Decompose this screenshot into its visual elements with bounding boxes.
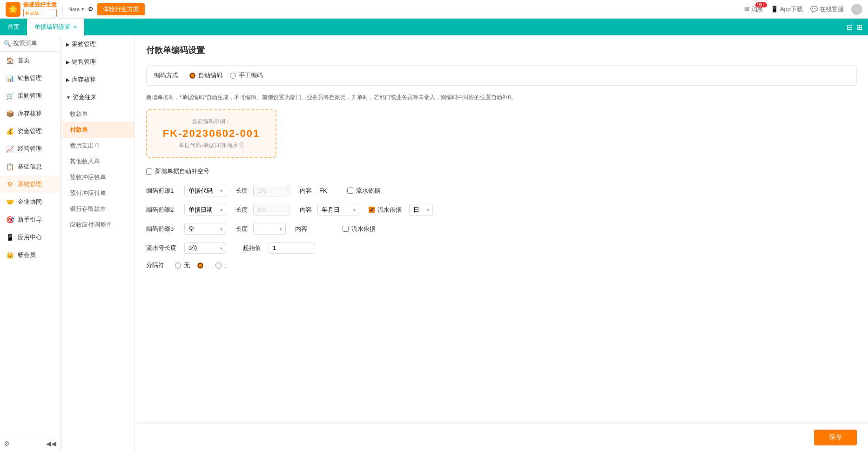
- sub-item-receipt[interactable]: 收款单: [61, 106, 135, 122]
- sub-group-finance-title[interactable]: ▼ 资金往来: [61, 88, 135, 106]
- tab-close-icon[interactable]: ×: [74, 24, 77, 30]
- serial-length-select[interactable]: 3位: [184, 242, 226, 254]
- home-icon: 🏠: [6, 56, 14, 65]
- system-icon: ⚙: [6, 180, 14, 188]
- auto-encode-radio[interactable]: 自动编码: [189, 71, 222, 80]
- membership-icon: 👑: [6, 251, 14, 259]
- arrow-icon: ▶: [66, 60, 70, 65]
- prefix3-content-label: 内容: [295, 225, 307, 233]
- prefix2-content-select[interactable]: 年月日: [317, 204, 359, 215]
- separator-label: 分隔符: [146, 261, 169, 269]
- sub-group-purchase: ▶ 采购管理: [61, 35, 135, 53]
- separator-dot-radio[interactable]: .: [215, 262, 226, 269]
- info-text: 新增单据时，*单据编码*自动生成，不可编辑。前缀设置为部门、业务员等档案类，开单…: [146, 93, 857, 102]
- serial-length-select-wrapper: 3位: [184, 242, 226, 254]
- settings-icon-btn[interactable]: ⚙: [88, 6, 94, 13]
- header-right: ✉ 消息 99+ 📱 App下载 💬 在线客服: [744, 4, 862, 15]
- inventory-icon: 📦: [6, 109, 14, 118]
- code-preview-sub: 单据代码-单据日期-流水号: [158, 141, 264, 149]
- tab-voucher-code[interactable]: 单据编码设置 ×: [27, 19, 84, 35]
- prefix1-length-label: 长度: [236, 187, 248, 195]
- prefix1-content-label: 内容: [300, 187, 312, 195]
- separator-options: 无 - .: [175, 261, 226, 269]
- cooperation-icon: 🤝: [6, 198, 14, 206]
- sidebar-item-newbie[interactable]: 🎯 新手引导: [0, 211, 60, 229]
- prefix3-select[interactable]: 空: [184, 223, 226, 235]
- auto-fill-row: 新增单据自动补空号: [146, 167, 857, 175]
- sub-item-expense[interactable]: 费用支出单: [61, 138, 135, 154]
- industry-btn[interactable]: 体验行业方案: [97, 3, 145, 15]
- prefix1-serial-checkbox[interactable]: 流水依据: [347, 187, 380, 195]
- settings-bottom-btn[interactable]: ⚙: [4, 440, 10, 447]
- separator-row: 分隔符 无 - .: [146, 261, 857, 269]
- tab-home[interactable]: 首页: [0, 19, 27, 35]
- prefix2-length-input[interactable]: [253, 204, 290, 215]
- serial-start-label: 起始值: [243, 244, 261, 252]
- prefix3-serial-checkbox[interactable]: 流水依据: [343, 225, 376, 233]
- collapse-sidebar-btn[interactable]: ◀◀: [46, 440, 56, 447]
- serial-row: 流水号长度 3位 起始值: [146, 242, 857, 254]
- prefix3-length-label: 长度: [236, 225, 248, 233]
- content-footer: 保存: [135, 424, 868, 451]
- prefix2-day-select[interactable]: 日: [409, 204, 433, 215]
- arrow-icon-expand: ▼: [66, 95, 71, 100]
- tab-minimize-btn[interactable]: ⊟: [847, 23, 853, 32]
- sub-item-adjustment[interactable]: 应收应付调整单: [61, 217, 135, 233]
- sub-group-inventory-title[interactable]: ▶ 库存核算: [61, 71, 135, 88]
- sidebar-item-cooperation[interactable]: 🤝 企业协同: [0, 193, 60, 211]
- content-inner: 付款单编码设置 编码方式 自动编码 手工编码 新增单据时，*单据编码*自动生成，…: [135, 35, 868, 424]
- code-preview-box: 当前编码示例： FK-20230602-001 单据代码-单据日期-流水号: [146, 109, 276, 158]
- sub-item-other-income[interactable]: 其他收入单: [61, 154, 135, 169]
- page-title: 付款单编码设置: [146, 45, 857, 56]
- prefix3-select-wrapper: 空: [184, 223, 226, 235]
- avatar[interactable]: [851, 4, 862, 15]
- message-btn[interactable]: ✉ 消息 99+: [744, 5, 763, 13]
- workspace-dropdown[interactable]: Nare ▾: [68, 6, 84, 12]
- prefix2-serial-checkbox[interactable]: 流水依据: [369, 206, 402, 214]
- content-area: 付款单编码设置 编码方式 自动编码 手工编码 新增单据时，*单据编码*自动生成，…: [135, 35, 868, 451]
- save-button[interactable]: 保存: [814, 430, 857, 445]
- sidebar-item-apps[interactable]: 📱 应用中心: [0, 229, 60, 246]
- sidebar-item-membership[interactable]: 👑 畅会员: [0, 246, 60, 264]
- brand-logo: 🌟 畅捷通好生意 标品版: [6, 1, 57, 17]
- prefix3-label: 编码前缀3: [146, 225, 179, 233]
- sidebar-item-operations[interactable]: 📈 经营管理: [0, 140, 60, 158]
- sidebar-item-sales[interactable]: 📊 销售管理: [0, 69, 60, 87]
- sub-group-purchase-title[interactable]: ▶ 采购管理: [61, 35, 135, 53]
- main-layout: 🔍 搜索菜单 🏠 首页 📊 销售管理 🛒 采购管理 📦 库存核算 💰: [0, 35, 868, 451]
- sub-sidebar: ▶ 采购管理 ▶ 销售管理 ▶ 库存核算 ▼ 资金往来 收款单 付款单 费用支出…: [61, 35, 135, 451]
- sidebar-item-system[interactable]: ⚙ 系统管理: [0, 175, 60, 193]
- tab-maximize-btn[interactable]: ⊞: [856, 23, 862, 32]
- prefix2-select[interactable]: 单据日期: [184, 204, 226, 215]
- prefix1-length-input[interactable]: [253, 185, 290, 196]
- prefix2-length-label: 长度: [236, 206, 248, 214]
- sidebar-item-inventory[interactable]: 📦 库存核算: [0, 105, 60, 122]
- sidebar-item-purchase[interactable]: 🛒 采购管理: [0, 87, 60, 105]
- sidebar-item-basic[interactable]: 📋 基础信息: [0, 158, 60, 175]
- encoding-radio-group: 自动编码 手工编码: [189, 71, 263, 80]
- sidebar-bottom: ⚙ ◀◀: [0, 436, 60, 451]
- app-download-btn[interactable]: 📱 App下载: [771, 5, 803, 13]
- prefix1-select[interactable]: 单据代码: [184, 185, 226, 196]
- sub-group-sales-title[interactable]: ▶ 销售管理: [61, 53, 135, 71]
- prefix2-day-select-wrapper: 日: [409, 204, 433, 215]
- online-service-btn[interactable]: 💬 在线客服: [810, 5, 844, 13]
- manual-encode-radio[interactable]: 手工编码: [230, 71, 263, 80]
- sidebar-item-home[interactable]: 🏠 首页: [0, 52, 60, 69]
- sub-item-bank[interactable]: 银行存取款单: [61, 201, 135, 217]
- sub-item-advance-payable[interactable]: 预付冲应付单: [61, 185, 135, 201]
- sub-group-sales: ▶ 销售管理: [61, 53, 135, 71]
- separator-none-radio[interactable]: 无: [175, 261, 190, 269]
- basic-icon: 📋: [6, 162, 14, 171]
- serial-start-input[interactable]: [269, 242, 315, 254]
- prefix1-select-wrapper: 单据代码: [184, 185, 226, 196]
- left-sidebar: 🔍 搜索菜单 🏠 首页 📊 销售管理 🛒 采购管理 📦 库存核算 💰: [0, 35, 61, 451]
- separator-dash-radio[interactable]: -: [197, 262, 208, 269]
- prefix3-length-select[interactable]: [253, 223, 286, 235]
- auto-fill-checkbox[interactable]: [146, 168, 152, 175]
- sub-item-payment[interactable]: 付款单: [61, 122, 135, 138]
- sidebar-search[interactable]: 🔍 搜索菜单: [0, 35, 60, 52]
- sub-item-advance-receivable[interactable]: 预收冲应收单: [61, 169, 135, 185]
- header-left: 🌟 畅捷通好生意 标品版 Nare ▾ ⚙ 体验行业方案: [6, 1, 145, 17]
- sidebar-item-finance[interactable]: 💰 资金管理: [0, 122, 60, 140]
